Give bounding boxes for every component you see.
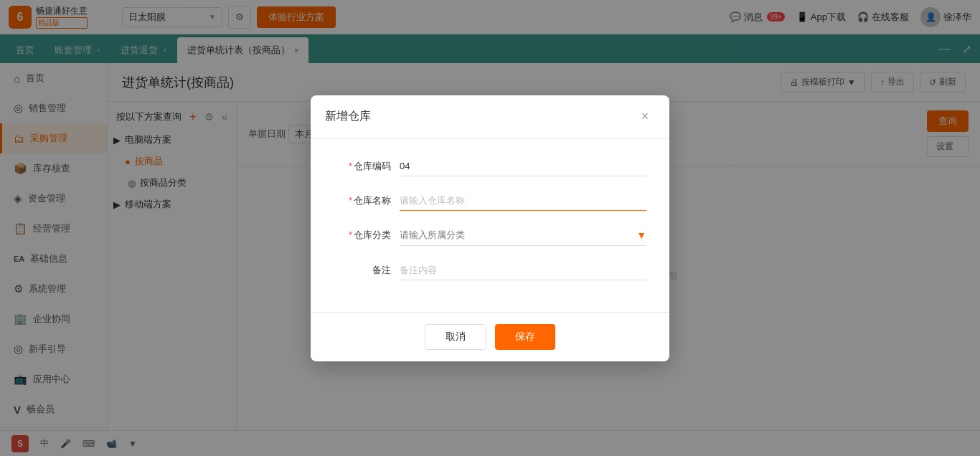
code-input[interactable] [400, 156, 646, 176]
modal-header: 新增仓库 × [311, 95, 669, 139]
modal-body: *仓库编码 *仓库名称 *仓库分类 ▼ [311, 139, 669, 312]
name-input[interactable] [400, 191, 646, 211]
form-row-note: 备注 [334, 260, 646, 280]
save-button[interactable]: 保存 [495, 324, 555, 350]
modal-footer: 取消 保存 [311, 312, 669, 361]
form-row-code: *仓库编码 [334, 156, 646, 176]
note-input[interactable] [400, 260, 646, 280]
cancel-button[interactable]: 取消 [425, 324, 486, 350]
modal-backdrop[interactable]: 新增仓库 × *仓库编码 *仓库名称 *仓库分类 [0, 0, 980, 456]
note-label: 备注 [334, 264, 391, 277]
category-label: *仓库分类 [334, 229, 391, 242]
category-selector[interactable]: ▼ [400, 225, 646, 246]
category-arrow-icon: ▼ [636, 229, 646, 241]
modal-close-button[interactable]: × [635, 107, 655, 127]
form-row-name: *仓库名称 [334, 191, 646, 211]
form-row-category: *仓库分类 ▼ [334, 225, 646, 246]
category-input[interactable] [400, 229, 636, 240]
code-label: *仓库编码 [334, 160, 391, 173]
new-warehouse-modal: 新增仓库 × *仓库编码 *仓库名称 *仓库分类 [311, 95, 669, 361]
name-label: *仓库名称 [334, 194, 391, 207]
modal-title: 新增仓库 [325, 109, 371, 124]
